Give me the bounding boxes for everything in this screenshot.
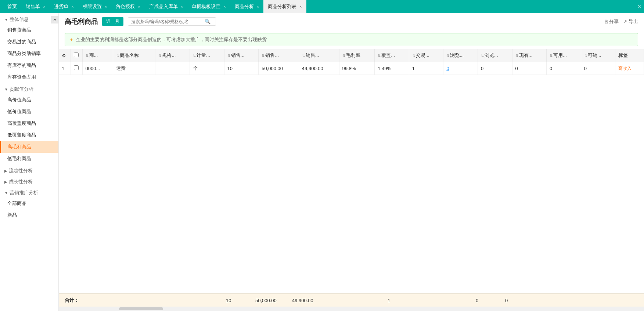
col-browse2-label: 浏览... [485,53,498,58]
sidebar: « ▼ 整体信息 销售货商品 交易过的商品 商品分类助销率 有库存的商品 库存资… [0,13,59,311]
row-name-value: 运费 [116,65,126,71]
col-sales-amount-label: 销售... [265,53,279,58]
nav-product-analysis-list[interactable]: 商品分析列表 × [263,0,306,13]
nav-roles[interactable]: 角色授权 × [111,0,144,13]
sidebar-item-low-value[interactable]: 低价值商品 [0,106,58,117]
col-spec-header: ⇅规格... [155,49,190,62]
footer-sales-cost: 49,900.00 [289,298,326,303]
row-sales-cost-value: 49,900.00 [302,66,323,71]
sidebar-item-low-margin[interactable]: 低毛利商品 [0,153,58,164]
content-header: 高毛利商品 近一月 🔍 ⎘ 分享 ↗ 导出 [59,13,644,30]
sidebar-item-inventory-capital[interactable]: 库存资金占用 [0,71,58,83]
sidebar-item-high-coverage[interactable]: 高覆盖度商品 [0,117,58,129]
share-label: 分享 [609,18,619,25]
nav-product-analysis[interactable]: 商品分析 × [230,0,263,13]
filter-recent-month-button[interactable]: 近一月 [102,17,123,26]
col-code-label: 商... [89,53,98,58]
sidebar-item-sales-goods[interactable]: 销售货商品 [0,24,58,36]
sidebar-item-in-stock[interactable]: 有库存的商品 [0,59,58,71]
group-marketing-arrow: ▼ [4,191,8,195]
row-available-stock: 0 [547,62,581,75]
footer-sales-qty: 10 [223,298,252,303]
nav-product-analysis-list-label: 商品分析列表 [268,3,296,10]
row-tag-value: 高收入 [618,66,632,71]
row-select-checkbox[interactable] [74,65,79,70]
nav-roles-close[interactable]: × [138,4,140,9]
window-close-button[interactable]: × [638,3,641,10]
row-tag: 高收入 [615,62,644,75]
main-layout: « ▼ 整体信息 销售货商品 交易过的商品 商品分类助销率 有库存的商品 库存资… [0,13,644,311]
col-sales-cost-header: ⇅销售... [299,49,339,62]
select-all-checkbox[interactable] [74,53,79,57]
row-sales-amount: 50,000.00 [259,62,299,75]
col-current-stock-label: 现有... [519,53,533,58]
nav-product-analysis-list-close[interactable]: × [299,4,302,9]
nav-sales-order-close[interactable]: × [43,4,45,9]
sidebar-in-stock-label: 有库存的商品 [7,62,36,68]
sidebar-group-overall[interactable]: ▼ 整体信息 [0,13,58,24]
col-settings[interactable]: ⚙ [59,49,71,62]
group-overall-arrow: ▼ [4,18,8,22]
collapse-icon: « [53,17,56,23]
sidebar-group-marketing[interactable]: ▼ 营销推广分析 [0,187,58,198]
col-coverage-label: 覆盖... [381,53,395,58]
top-navigation: 首页 销售单 × 进货单 × 权限设置 × 角色授权 × 产成品入库单 × 单据… [0,0,644,13]
nav-product-inbound[interactable]: 产成品入库单 × [145,0,187,13]
col-checkbox[interactable] [71,49,82,62]
nav-permissions-close[interactable]: × [105,4,107,9]
row-gross-margin-value: 99.8% [342,66,356,71]
footer-totals: 合计： 10 50,000.00 49,900.00 1 0 0 [59,293,644,307]
row-checkbox[interactable] [71,62,82,75]
nav-template-settings[interactable]: 单据模板设置 × [187,0,230,13]
sidebar-group-trend[interactable]: ▶ 流趋性分析 [0,164,58,176]
sidebar-item-new-goods[interactable]: 新品 [0,209,58,221]
sidebar-group-contribution[interactable]: ▼ 贡献值分析 [0,83,58,94]
settings-icon: ⚙ [62,53,66,58]
footer-trade-count: 1 [385,298,414,303]
col-browse1-label: 浏览... [450,53,464,58]
nav-product-analysis-label: 商品分析 [235,3,254,10]
scroll-thumb[interactable] [119,307,163,310]
row-sellable-days: 0 [581,62,615,75]
col-unit-label: 计量... [197,53,210,58]
col-sellable-days-header: ⇅可销... [581,49,615,62]
nav-permissions-label: 权限设置 [83,3,102,10]
row-coverage: 1.49% [375,62,409,75]
sidebar-item-low-coverage[interactable]: 低覆盖度商品 [0,129,58,141]
sidebar-group-growth[interactable]: ▶ 成长性分析 [0,176,58,187]
nav-home[interactable]: 首页 [3,0,21,13]
sidebar-item-category-rate[interactable]: 商品分类助销率 [0,48,58,59]
horizontal-scrollbar[interactable] [59,307,644,311]
nav-template-close[interactable]: × [223,4,226,9]
row-coverage-value: 1.49% [378,66,391,71]
row-current-stock-value: 0 [515,66,518,71]
export-button[interactable]: ↗ 导出 [623,18,638,25]
col-sales-qty-label: 销售... [231,53,245,58]
nav-purchase-order[interactable]: 进货单 × [50,0,78,13]
nav-permissions[interactable]: 权限设置 × [78,0,111,13]
sidebar-collapse-button[interactable]: « [51,16,58,23]
nav-product-analysis-close[interactable]: × [257,4,259,9]
search-input[interactable] [131,19,205,24]
search-icon[interactable]: 🔍 [205,19,211,24]
sidebar-low-margin-label: 低毛利商品 [7,156,31,161]
export-label: 导出 [629,18,638,25]
col-tag-label: 标签 [618,53,628,58]
col-name-sort-icon: ⇅ [116,54,119,58]
col-trade-header: ⇅交易... [409,49,443,62]
sidebar-item-high-margin[interactable]: 高毛利商品 [0,141,58,153]
nav-purchase-close[interactable]: × [71,4,73,9]
col-sales-amount-header: ⇅销售... [259,49,299,62]
nav-product-inbound-close[interactable]: × [181,4,183,9]
sidebar-category-rate-label: 商品分类助销率 [7,51,41,56]
sidebar-inventory-capital-label: 库存资金占用 [7,74,36,80]
table-container: ⚙ ⇅商... ⇅商品名称 ⇅规格... ⇅计量... ⇅销售... ⇅销售..… [59,49,644,293]
sidebar-item-high-value[interactable]: 高价值商品 [0,94,58,106]
nav-sales-order[interactable]: 销售单 × [21,0,50,13]
sidebar-item-all-goods[interactable]: 全部商品 [0,198,58,209]
col-sort-icon: ⇅ [86,54,89,58]
table-row: 1 0000... 运费 个 10 50,000.00 49,900.00 99… [59,62,644,75]
share-button[interactable]: ⎘ 分享 [605,18,619,25]
row-browse1-value[interactable]: 0 [446,66,449,71]
sidebar-item-traded-goods[interactable]: 交易过的商品 [0,36,58,48]
